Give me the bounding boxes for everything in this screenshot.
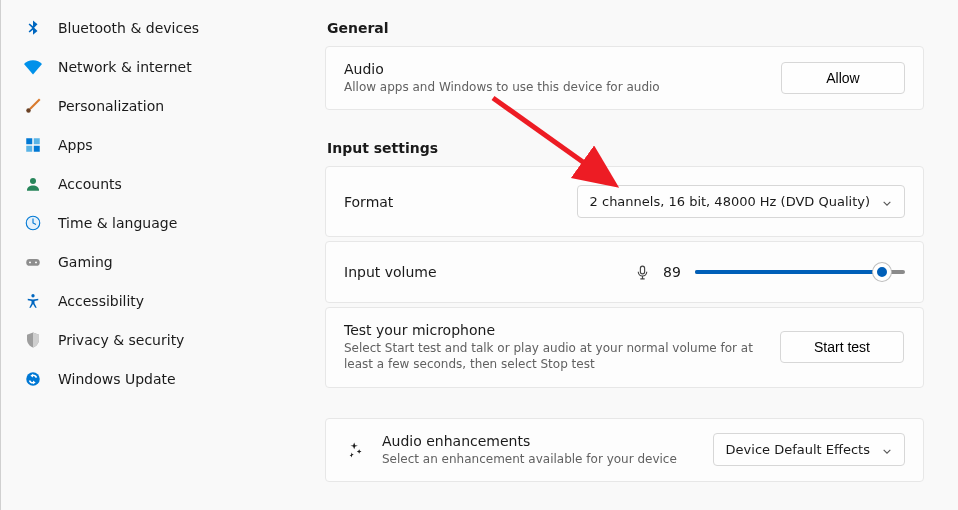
svg-point-9 bbox=[35, 261, 37, 263]
paintbrush-icon bbox=[24, 97, 42, 115]
sidebar-item-label: Accounts bbox=[58, 176, 122, 192]
svg-rect-4 bbox=[34, 146, 40, 152]
allow-button[interactable]: Allow bbox=[781, 62, 905, 94]
volume-slider[interactable] bbox=[695, 262, 905, 282]
start-test-button[interactable]: Start test bbox=[780, 331, 904, 363]
sidebar-item-personalization[interactable]: Personalization bbox=[16, 88, 297, 124]
enhance-title: Audio enhancements bbox=[382, 433, 697, 449]
svg-point-8 bbox=[29, 261, 31, 263]
settings-sidebar: Bluetooth & devices Network & internet P… bbox=[0, 0, 297, 510]
microphone-icon[interactable] bbox=[633, 263, 651, 281]
shield-icon bbox=[24, 331, 42, 349]
sidebar-item-label: Gaming bbox=[58, 254, 113, 270]
format-value: 2 channels, 16 bit, 48000 Hz (DVD Qualit… bbox=[590, 194, 870, 209]
sidebar-item-apps[interactable]: Apps bbox=[16, 127, 297, 163]
gamepad-icon bbox=[24, 253, 42, 271]
sidebar-item-time[interactable]: Time & language bbox=[16, 205, 297, 241]
settings-main: General Audio Allow apps and Windows to … bbox=[297, 0, 958, 510]
svg-rect-2 bbox=[34, 138, 40, 144]
accessibility-icon bbox=[24, 292, 42, 310]
apps-icon bbox=[24, 136, 42, 154]
sidebar-item-gaming[interactable]: Gaming bbox=[16, 244, 297, 280]
volume-value: 89 bbox=[663, 264, 683, 280]
sidebar-item-bluetooth[interactable]: Bluetooth & devices bbox=[16, 10, 297, 46]
sidebar-item-network[interactable]: Network & internet bbox=[16, 49, 297, 85]
sidebar-item-label: Accessibility bbox=[58, 293, 144, 309]
clock-globe-icon bbox=[24, 214, 42, 232]
svg-point-0 bbox=[26, 108, 31, 113]
person-icon bbox=[24, 175, 42, 193]
audio-desc: Allow apps and Windows to use this devic… bbox=[344, 79, 765, 95]
enhance-desc: Select an enhancement available for your… bbox=[382, 451, 697, 467]
section-input: Input settings bbox=[327, 140, 924, 156]
audio-enhancements-card: Audio enhancements Select an enhancement… bbox=[325, 418, 924, 482]
audio-title: Audio bbox=[344, 61, 765, 77]
svg-rect-7 bbox=[26, 259, 40, 266]
sidebar-item-label: Apps bbox=[58, 137, 93, 153]
svg-rect-3 bbox=[26, 146, 32, 152]
svg-rect-1 bbox=[26, 138, 32, 144]
sidebar-item-label: Privacy & security bbox=[58, 332, 184, 348]
format-dropdown[interactable]: 2 channels, 16 bit, 48000 Hz (DVD Qualit… bbox=[577, 185, 905, 218]
audio-card: Audio Allow apps and Windows to use this… bbox=[325, 46, 924, 110]
svg-point-10 bbox=[31, 294, 34, 297]
sidebar-item-label: Windows Update bbox=[58, 371, 176, 387]
sidebar-item-privacy[interactable]: Privacy & security bbox=[16, 322, 297, 358]
mic-test-desc: Select Start test and talk or play audio… bbox=[344, 340, 764, 372]
format-card: Format 2 channels, 16 bit, 48000 Hz (DVD… bbox=[325, 166, 924, 237]
wifi-icon bbox=[24, 58, 42, 76]
section-general: General bbox=[327, 20, 924, 36]
update-icon bbox=[24, 370, 42, 388]
sidebar-item-label: Time & language bbox=[58, 215, 177, 231]
enhancements-dropdown[interactable]: Device Default Effects bbox=[713, 433, 905, 466]
input-volume-label: Input volume bbox=[344, 264, 617, 280]
svg-point-5 bbox=[30, 178, 36, 184]
mic-test-card: Test your microphone Select Start test a… bbox=[325, 307, 924, 387]
enhancements-value: Device Default Effects bbox=[726, 442, 870, 457]
chevron-down-icon bbox=[882, 196, 892, 206]
bluetooth-icon bbox=[24, 19, 42, 37]
sidebar-item-label: Bluetooth & devices bbox=[58, 20, 199, 36]
format-label: Format bbox=[344, 194, 561, 210]
mic-test-title: Test your microphone bbox=[344, 322, 764, 338]
input-volume-card: Input volume 89 bbox=[325, 241, 924, 303]
sidebar-item-update[interactable]: Windows Update bbox=[16, 361, 297, 397]
sidebar-item-label: Personalization bbox=[58, 98, 164, 114]
sidebar-item-accessibility[interactable]: Accessibility bbox=[16, 283, 297, 319]
chevron-down-icon bbox=[882, 444, 892, 454]
sidebar-item-accounts[interactable]: Accounts bbox=[16, 166, 297, 202]
sidebar-item-label: Network & internet bbox=[58, 59, 192, 75]
sparkle-icon bbox=[344, 439, 366, 461]
